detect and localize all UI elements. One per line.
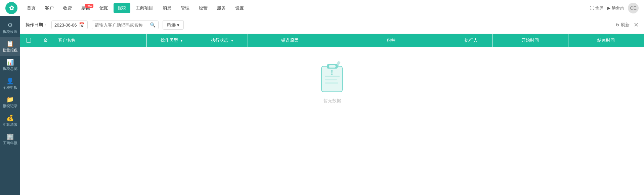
- sidebar-item-tax-settings[interactable]: ⚙报税设置: [0, 19, 20, 37]
- fullscreen-icon: ⛶: [590, 6, 594, 10]
- nav-item-management[interactable]: 管理: [177, 3, 194, 13]
- fullscreen-label: 全屏: [595, 5, 603, 11]
- refresh-icon: ↻: [616, 23, 619, 28]
- nav-item-message[interactable]: 消息: [159, 3, 175, 13]
- search-icon[interactable]: 🔍: [150, 22, 156, 28]
- main-table: ⚙ 客户名称 操作类型 ▼ 执行状态 ▼ 错误原因 税种 执行人 开始时间 结束…: [20, 34, 644, 47]
- sidebar-label-batch-tax: 批量报税: [3, 48, 17, 52]
- sidebar-item-tax-records[interactable]: 📁报税记录: [0, 93, 20, 112]
- header-row: ⚙ 客户名称 操作类型 ▼ 执行状态 ▼ 错误原因 税种 执行人 开始时间 结束…: [20, 34, 644, 47]
- sidebar-item-personal-tax[interactable]: 👤个税申报: [0, 75, 20, 93]
- close-button[interactable]: ✕: [634, 22, 639, 28]
- nav-item-operations[interactable]: 经营: [195, 3, 212, 13]
- play-icon: ▶: [607, 6, 610, 10]
- th-exec-status: 执行状态 ▼: [197, 34, 248, 47]
- sidebar-icon-personal-tax: 👤: [6, 78, 14, 84]
- th-error-reason: 错误原因: [248, 34, 332, 47]
- sidebar-icon-tax-settings: ⚙: [7, 22, 13, 28]
- filter-label: 筛选: [167, 22, 176, 28]
- content-area: 操作日期： 2023-06-06 📅 🔍 筛选 ▾ ↻ 刷新 ✕: [20, 16, 644, 195]
- nav-item-billing[interactable]: 收费: [59, 3, 76, 13]
- chevron-down-icon: ▾: [177, 23, 179, 28]
- member-btn[interactable]: ▶ 畅会员: [607, 5, 624, 11]
- nav-item-customer[interactable]: 客户: [41, 3, 58, 13]
- sidebar-label-tax-summary: 报税总览: [3, 67, 17, 71]
- th-checkbox: [20, 34, 37, 47]
- op-type-sort-icon[interactable]: ▼: [180, 39, 183, 42]
- search-input[interactable]: [95, 23, 148, 28]
- member-label: 畅会员: [612, 5, 624, 11]
- sidebar-item-batch-tax[interactable]: 📋批量报税: [0, 37, 20, 56]
- main-layout: ⚙报税设置📋批量报税📊报税总览👤个税申报📁报税记录💰汇算清缴🏢工商年报 操作日期…: [0, 16, 644, 195]
- top-nav: ✿ 首页客户收费票据new记账报税工商项目消息管理经营服务设置 ⛶ 全屏 ▶ 畅…: [0, 0, 644, 16]
- svg-rect-8: [325, 82, 338, 84]
- select-all-checkbox[interactable]: [26, 38, 31, 43]
- fullscreen-btn[interactable]: ⛶ 全屏: [590, 5, 603, 11]
- svg-rect-7: [325, 79, 337, 80]
- sidebar-label-settlement: 汇算清缴: [3, 122, 17, 127]
- th-settings: ⚙: [37, 34, 54, 47]
- sidebar-label-annual-report: 工商年报: [3, 141, 17, 145]
- date-label: 操作日期：: [26, 22, 47, 28]
- avatar[interactable]: CE: [628, 3, 639, 13]
- sidebar-icon-settlement: 💰: [6, 115, 14, 121]
- sidebar-label-tax-records: 报税记录: [3, 104, 17, 108]
- nav-badge-invoice: new: [85, 4, 93, 8]
- top-right-area: ⛶ 全屏 ▶ 畅会员 CE: [590, 3, 639, 13]
- calendar-icon: 📅: [79, 22, 85, 28]
- sidebar: ⚙报税设置📋批量报税📊报税总览👤个税申报📁报税记录💰汇算清缴🏢工商年报: [0, 16, 20, 195]
- nav-item-home[interactable]: 首页: [23, 3, 40, 13]
- nav-items: 首页客户收费票据new记账报税工商项目消息管理经营服务设置: [23, 3, 590, 13]
- exec-status-sort-icon[interactable]: ▼: [230, 39, 234, 42]
- empty-icon-container: !: [315, 60, 349, 94]
- avatar-text: CE: [630, 5, 636, 11]
- sidebar-icon-tax-summary: 📊: [6, 59, 14, 65]
- toolbar: 操作日期： 2023-06-06 📅 🔍 筛选 ▾ ↻ 刷新 ✕: [20, 16, 644, 34]
- table-header: ⚙ 客户名称 操作类型 ▼ 执行状态 ▼ 错误原因 税种 执行人 开始时间 结束…: [20, 34, 644, 47]
- column-settings-icon[interactable]: ⚙: [43, 37, 48, 43]
- th-executor: 执行人: [450, 34, 492, 47]
- nav-item-tax[interactable]: 报税: [114, 3, 130, 13]
- sidebar-icon-tax-records: 📁: [6, 96, 14, 103]
- empty-state: ! 暂无数据: [20, 47, 644, 124]
- refresh-button[interactable]: ↻ 刷新: [616, 22, 630, 28]
- sidebar-item-settlement[interactable]: 💰汇算清缴: [0, 112, 20, 130]
- app-logo: ✿: [5, 2, 17, 14]
- sidebar-icon-batch-tax: 📋: [6, 41, 14, 47]
- date-value: 2023-06-06: [54, 23, 77, 28]
- empty-text: 暂无数据: [324, 98, 341, 104]
- search-box: 🔍: [92, 21, 159, 29]
- nav-item-settings[interactable]: 设置: [231, 3, 248, 13]
- toolbar-right: ↻ 刷新 ✕: [616, 22, 639, 28]
- sidebar-item-tax-summary[interactable]: 📊报税总览: [0, 56, 20, 74]
- date-input[interactable]: 2023-06-06 📅: [51, 21, 88, 29]
- sidebar-label-tax-settings: 报税设置: [3, 30, 17, 34]
- nav-item-invoice[interactable]: 票据new: [77, 3, 94, 13]
- th-start-time: 开始时间: [492, 34, 568, 47]
- th-client-name: 客户名称: [54, 34, 146, 47]
- refresh-label: 刷新: [621, 22, 630, 28]
- svg-text:!: !: [331, 69, 333, 76]
- filter-button[interactable]: 筛选 ▾: [163, 20, 184, 30]
- sidebar-icon-annual-report: 🏢: [6, 133, 14, 140]
- svg-rect-5: [329, 65, 336, 68]
- empty-illustration: !: [315, 60, 349, 97]
- nav-item-accounting[interactable]: 记账: [95, 3, 112, 13]
- sidebar-label-personal-tax: 个税申报: [3, 85, 17, 90]
- sidebar-item-annual-report[interactable]: 🏢工商年报: [0, 130, 20, 149]
- th-op-type: 操作类型 ▼: [146, 34, 197, 47]
- table-wrapper: ⚙ 客户名称 操作类型 ▼ 执行状态 ▼ 错误原因 税种 执行人 开始时间 结束…: [20, 34, 644, 195]
- th-end-time: 结束时间: [568, 34, 644, 47]
- th-tax-type: 税种: [332, 34, 450, 47]
- nav-item-service[interactable]: 服务: [213, 3, 230, 13]
- nav-item-business[interactable]: 工商项目: [132, 3, 157, 13]
